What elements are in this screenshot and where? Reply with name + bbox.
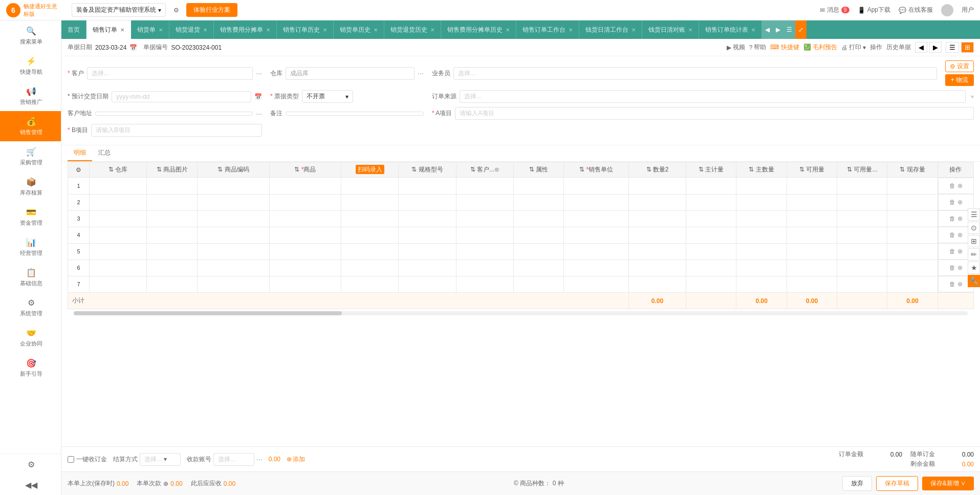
- account-dots-btn[interactable]: ···: [256, 455, 263, 463]
- row-customer-code-6[interactable]: [456, 260, 513, 276]
- sidebar-item-sales[interactable]: 💰 销售管理: [0, 111, 61, 141]
- tab-detail[interactable]: 明细: [68, 145, 92, 161]
- th-main-unit[interactable]: ⇅ 主计量: [686, 162, 736, 178]
- tab-close-sales-order[interactable]: ✕: [120, 27, 124, 33]
- date-calendar-icon[interactable]: 📅: [129, 44, 137, 51]
- sidebar-collapse-btn[interactable]: ◀◀: [0, 475, 61, 495]
- row-delete-btn-3[interactable]: 🗑: [949, 215, 955, 222]
- row-spec-2[interactable]: [399, 194, 456, 210]
- row-available-7[interactable]: [787, 276, 837, 293]
- row-customer-code-4[interactable]: [456, 227, 513, 243]
- row-goods-2[interactable]: [269, 194, 341, 210]
- action-help[interactable]: ?帮助: [749, 43, 767, 52]
- row-main-unit-6[interactable]: [686, 260, 736, 276]
- row-spec-5[interactable]: [399, 243, 456, 260]
- row-main-qty-1[interactable]: [736, 178, 787, 195]
- delivery-calendar-icon[interactable]: 📅: [254, 93, 262, 100]
- action-profit[interactable]: 💹 毛利预告: [803, 43, 837, 52]
- th-available[interactable]: ⇅ 可用量: [787, 162, 837, 178]
- action-shortcut[interactable]: ⌨ 快捷键: [770, 43, 799, 52]
- row-available2-1[interactable]: [837, 178, 887, 195]
- row-spec-3[interactable]: [399, 210, 456, 227]
- discard-btn[interactable]: 放弃: [842, 476, 872, 491]
- sidebar-item-finance[interactable]: 💳 资金管理: [0, 202, 61, 232]
- row-customer-code-3[interactable]: [456, 210, 513, 227]
- tab-sales-invoice[interactable]: 销货单 ✕: [131, 20, 169, 39]
- prev-doc-btn[interactable]: ◀: [915, 42, 927, 53]
- save-new-btn[interactable]: 保存&新增 ∨: [922, 477, 974, 490]
- row-available2-4[interactable]: [837, 227, 887, 243]
- warehouse-dots-btn[interactable]: ···: [418, 69, 424, 77]
- row-qty2-2[interactable]: [628, 194, 686, 210]
- action-print[interactable]: 🖨打印 ▾: [841, 43, 866, 52]
- b-project-input[interactable]: 请输入B项目: [91, 124, 262, 137]
- tab-order-history[interactable]: 销售订单历史 ✕: [277, 20, 334, 39]
- account-input[interactable]: 选择...: [213, 453, 254, 466]
- row-stock-6[interactable]: [887, 260, 938, 276]
- action-history[interactable]: 历史单据: [886, 43, 911, 52]
- row-unit-5[interactable]: [564, 243, 628, 260]
- address-dots-btn[interactable]: ···: [256, 110, 262, 118]
- row-image-4[interactable]: [147, 227, 198, 243]
- tab-sales-order[interactable]: 销售订单 ✕: [86, 20, 131, 39]
- tab-close-reconcile[interactable]: ✕: [688, 27, 692, 33]
- tab-home[interactable]: 首页: [61, 20, 86, 39]
- row-scan-7[interactable]: [341, 276, 399, 293]
- th-stock[interactable]: ⇅ 现存量: [887, 162, 938, 178]
- tab-reconcile[interactable]: 钱货日清对账 ✕: [642, 20, 699, 39]
- row-available-4[interactable]: [787, 227, 837, 243]
- row-scan-6[interactable]: [341, 260, 399, 276]
- row-delete-btn-4[interactable]: 🗑: [949, 231, 955, 239]
- row-qty2-4[interactable]: [628, 227, 686, 243]
- row-attribute-1[interactable]: [514, 178, 564, 195]
- sidebar-settings-btn[interactable]: ⚙: [0, 454, 61, 475]
- row-warehouse-4[interactable]: [90, 227, 147, 243]
- row-customer-code-1[interactable]: [456, 178, 513, 195]
- th-image[interactable]: ⇅ 商品图片: [147, 162, 198, 178]
- float-btn-1[interactable]: ☰: [968, 208, 980, 221]
- row-attribute-6[interactable]: [514, 260, 564, 276]
- row-warehouse-2[interactable]: [90, 194, 147, 210]
- one-click-checkbox-input[interactable]: [68, 456, 74, 463]
- add-payment-btn[interactable]: ⊕ 添加: [287, 455, 305, 464]
- sidebar-item-system[interactable]: ⚙ 系统管理: [0, 292, 61, 322]
- row-code-5[interactable]: [198, 243, 269, 260]
- row-qty2-5[interactable]: [628, 243, 686, 260]
- tab-return-history[interactable]: 销货退货历史 ✕: [384, 20, 441, 39]
- row-qty2-7[interactable]: [628, 276, 686, 293]
- sidebar-item-search[interactable]: 🔍 搜索菜单: [0, 20, 61, 51]
- action-ops[interactable]: 操作: [870, 43, 882, 52]
- row-goods-7[interactable]: [269, 276, 341, 293]
- row-delete-btn-6[interactable]: 🗑: [949, 264, 955, 271]
- scrollbar-thumb[interactable]: [74, 311, 342, 315]
- row-stock-4[interactable]: [887, 227, 938, 243]
- tab-close-return-history[interactable]: ✕: [430, 27, 434, 33]
- row-attribute-4[interactable]: [514, 227, 564, 243]
- row-spec-1[interactable]: [399, 178, 456, 195]
- list-view-btn[interactable]: ☰: [946, 42, 959, 53]
- row-available2-5[interactable]: [837, 243, 887, 260]
- sidebar-item-purchase[interactable]: 🛒 采购管理: [0, 141, 61, 171]
- row-customer-code-7[interactable]: [456, 276, 513, 293]
- tab-close-workbench[interactable]: ✕: [569, 27, 573, 33]
- row-scan-2[interactable]: [341, 194, 399, 210]
- tab-workbench[interactable]: 销售订单工作台 ✕: [516, 20, 579, 39]
- row-main-unit-3[interactable]: [686, 210, 736, 227]
- a-project-input[interactable]: 请输入A项目: [455, 107, 974, 120]
- row-scan-4[interactable]: [341, 227, 399, 243]
- row-stock-5[interactable]: [887, 243, 938, 260]
- row-image-6[interactable]: [147, 260, 198, 276]
- row-customer-code-2[interactable]: [456, 194, 513, 210]
- industry-btn[interactable]: 体验行业方案: [186, 3, 237, 17]
- float-btn-4[interactable]: ✏: [968, 248, 980, 261]
- scrollbar-track[interactable]: [74, 311, 968, 315]
- tab-stats[interactable]: 销售订单统计表 ✕: [699, 20, 762, 39]
- row-scan-3[interactable]: [341, 210, 399, 227]
- th-customer-code[interactable]: ⇅ 客户...⊙: [456, 162, 513, 178]
- tab-close-stats[interactable]: ✕: [751, 27, 755, 33]
- row-copy-btn-5[interactable]: ⊕: [957, 248, 963, 255]
- customer-input[interactable]: 选择...: [87, 67, 253, 80]
- row-warehouse-3[interactable]: [90, 210, 147, 227]
- row-code-6[interactable]: [198, 260, 269, 276]
- detail-view-btn[interactable]: ⊞: [961, 42, 974, 53]
